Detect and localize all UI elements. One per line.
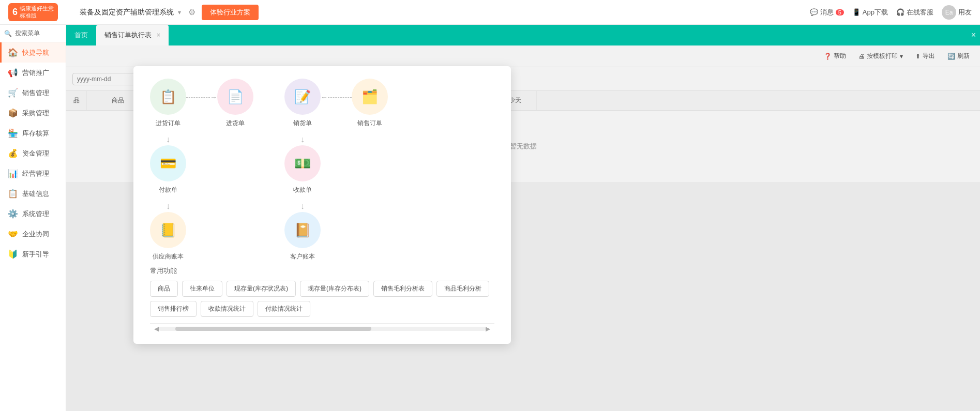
system-icon: ⚙️ [8,209,18,219]
online-service-label: 在线客服 [907,8,933,17]
message-action[interactable]: 💬 消息 5 [810,8,844,17]
dropdown-arrow-icon[interactable]: ▾ [178,9,181,16]
finance-icon: 💰 [8,148,18,158]
arrow-down-icon-4: ↓ [300,202,305,211]
common-btn-sales-margin[interactable]: 销售毛利分析表 [373,281,432,297]
common-btn-stock-dist[interactable]: 现存量(库存分布表) [300,281,369,297]
arrow-down-4: ↓ [300,195,305,211]
tab-home[interactable]: 首页 [66,25,96,45]
service-icon: 🎧 [896,8,904,16]
scroll-left-icon[interactable]: ◀ [154,325,159,332]
message-icon: 💬 [810,8,818,16]
sidebar-item-label: 快捷导航 [22,48,49,57]
flow-col-2: 📄 进货单 [217,79,253,198]
purchase-order-icon: 📋 [160,89,176,105]
flow-item-purchase-bill[interactable]: 📄 进货单 [217,79,253,128]
sidebar-item-sales[interactable]: 🛒 销售管理 [0,83,66,103]
avatar: Ea [942,5,956,20]
newbie-icon: 🔰 [8,249,18,259]
flow-item-purchase-order[interactable]: 📋 进货订单 [150,79,186,128]
flow-item-payment[interactable]: 💳 付款单 [150,145,186,194]
flow-item-sales-order[interactable]: 🗂️ 销售订单 [352,79,388,128]
app-download-action[interactable]: 📱 App下载 [852,8,888,17]
arrow-down-icon-1: ↓ [166,135,170,144]
phone-icon: 📱 [852,8,861,16]
flow-item-supplier-ledger[interactable]: 📒 供应商账本 [150,212,186,261]
logo-brand: 畅康通好生意标准版 [20,5,54,19]
tab-sales-order[interactable]: 销售订单执行表 × [96,25,169,45]
flow-item-customer-ledger[interactable]: 📔 客户账本 [284,212,321,261]
user-label: 用友 [958,8,972,17]
collab-icon: 🤝 [8,229,18,239]
supplier-ledger-icon: 📒 [160,222,176,238]
sidebar-item-label: 基础信息 [22,189,49,199]
sidebar-item-newbie[interactable]: 🔰 新手引导 [0,244,66,264]
logo-icon: 6 [12,7,18,18]
h-arrow-1: → [186,79,217,101]
common-btn-stock-status[interactable]: 现存量(库存状况表) [227,281,296,297]
sidebar-item-label: 新手引导 [22,250,49,259]
flow-col-3: 📝 销货单 ↓ 💵 [284,79,321,261]
common-buttons-row2: 销售排行榜 收款情况统计 付款情况统计 [150,301,494,317]
search-icon: 🔍 [4,30,12,37]
online-service-action[interactable]: 🎧 在线客服 [896,8,933,17]
common-functions-section: 常用功能 商品 往来单位 现存量(库存状况表) 现存量(库存分布表) 销售毛利分… [150,266,494,317]
purchase-bill-label: 进货单 [226,119,245,128]
close-all-icon[interactable]: × [971,31,976,40]
arrow-down-icon-2: ↓ [166,202,170,211]
operations-icon: 📊 [8,169,18,178]
message-badge: 5 [836,9,844,16]
sidebar-item-operations[interactable]: 📊 经营管理 [0,163,66,184]
scroll-bar-area: ◀ ▶ [150,323,494,333]
arrow-down-3: ↓ [300,129,305,144]
flow-item-sales-bill[interactable]: 📝 销货单 [284,79,321,128]
flow-item-receipt[interactable]: 💵 收款单 [284,145,321,194]
common-btn-receipt-stat[interactable]: 收款情况统计 [201,301,253,317]
system-name: 装备及固定资产辅助管理系统 [80,8,174,17]
sidebar-item-quick-nav[interactable]: 🏠 快捷导航 [0,42,66,63]
tab-bar: 首页 销售订单执行表 × × [66,25,980,45]
tab-close-icon[interactable]: × [157,32,160,39]
common-btn-product[interactable]: 商品 [150,281,178,297]
purchase-icon: 📦 [8,108,18,118]
home-icon: 🏠 [8,48,18,57]
marketing-icon: 📢 [8,68,18,78]
message-label: 消息 [820,8,834,17]
sidebar-search[interactable]: 🔍 搜索菜单 [0,25,66,42]
sidebar-item-label: 资金管理 [22,149,49,158]
scroll-right-icon[interactable]: ▶ [486,325,490,332]
common-buttons: 商品 往来单位 现存量(库存状况表) 现存量(库存分布表) 销售毛利分析表 商品… [150,281,494,297]
sales-bill-icon: 📝 [294,89,311,105]
modal-box: 📋 进货订单 ↓ 💳 [133,66,511,344]
page-content: ❓ 帮助 🖨 按模板打印 ▾ ⬆ 导出 🔄 刷新 [66,45,980,411]
sales-icon: 🛒 [8,88,18,98]
modal-overlay[interactable]: 📋 进货订单 ↓ 💳 [66,45,980,411]
sidebar-item-label: 营销推广 [22,68,49,78]
receipt-label: 收款单 [293,186,312,194]
content-area: 首页 销售订单执行表 × × ❓ 帮助 🖨 [66,25,980,411]
common-btn-counterparty[interactable]: 往来单位 [182,281,222,297]
sidebar-item-label: 采购管理 [22,109,49,118]
avatar-text: Ea [945,9,953,16]
sales-bill-label: 销货单 [293,119,312,128]
inventory-icon: 🏪 [8,128,18,138]
sidebar-item-marketing[interactable]: 📢 营销推广 [0,63,66,83]
sidebar-item-system[interactable]: ⚙️ 系统管理 [0,204,66,224]
settings-icon[interactable]: ⚙ [188,7,195,17]
common-btn-product-margin[interactable]: 商品毛利分析 [436,281,489,297]
sidebar-item-finance[interactable]: 💰 资金管理 [0,143,66,163]
sidebar-item-basic[interactable]: 📋 基础信息 [0,184,66,204]
scroll-track[interactable] [159,327,486,331]
payment-label: 付款单 [159,186,177,194]
receipt-icon: 💵 [294,156,311,172]
supplier-ledger-label: 供应商账本 [153,252,184,261]
common-btn-sales-rank[interactable]: 销售排行榜 [150,301,197,317]
sidebar-item-inventory[interactable]: 🏪 库存核算 [0,123,66,143]
user-area[interactable]: Ea 用友 [942,5,972,20]
sidebar-item-collab[interactable]: 🤝 企业协同 [0,224,66,244]
sidebar-item-label: 企业协同 [22,230,49,239]
common-btn-payment-stat[interactable]: 付款情况统计 [258,301,310,317]
experience-button[interactable]: 体验行业方案 [202,5,259,20]
sidebar-item-purchase[interactable]: 📦 采购管理 [0,103,66,123]
system-title-area: 装备及固定资产辅助管理系统 ▾ ⚙ [80,7,195,17]
